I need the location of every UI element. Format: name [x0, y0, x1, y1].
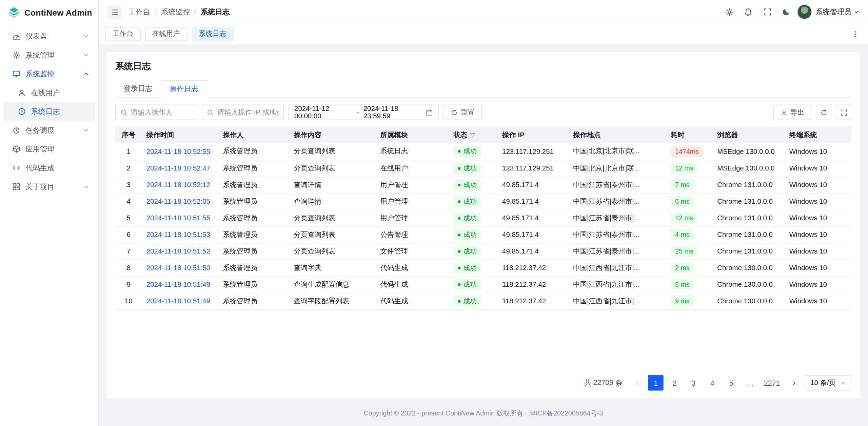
- sidebar-menu: 仪表盘 系统管理: [0, 24, 98, 197]
- col-header-status: 状态: [449, 127, 498, 143]
- pagination-page[interactable]: 3: [686, 375, 701, 391]
- log-time-link[interactable]: 2024-11-18 10:51:50: [146, 264, 210, 272]
- cell-ip: 118.212.37.42: [498, 260, 569, 276]
- cell-content: 分页查询列表: [289, 243, 376, 260]
- schedule-icon: [12, 126, 21, 134]
- sidebar-item-code-generation[interactable]: 代码生成: [3, 159, 95, 177]
- page-size-select[interactable]: 10 条/页: [805, 375, 851, 391]
- status-dot-icon: [458, 150, 460, 153]
- cell-module: 公告管理: [376, 226, 449, 243]
- notification-bell-icon[interactable]: [741, 4, 756, 20]
- cell-operator: 系统管理员: [218, 276, 289, 293]
- tab-more-icon[interactable]: [849, 28, 861, 40]
- logo-icon: [8, 6, 20, 18]
- cell-ip: 49.85.171.4: [498, 243, 569, 260]
- copyright-footer: Copyright © 2022 - present ContiNew Admi…: [106, 398, 860, 425]
- pagination-page[interactable]: 5: [724, 375, 739, 391]
- sidebar-item-about-project[interactable]: 关于项目: [3, 178, 95, 196]
- tab-system-log[interactable]: 系统日志: [192, 27, 234, 41]
- tab-online-users[interactable]: 在线用户: [145, 27, 187, 41]
- cell-operator: 系统管理员: [218, 243, 289, 260]
- log-time-link[interactable]: 2024-11-18 10:51:49: [146, 281, 210, 288]
- tab-login-log[interactable]: 登录日志: [115, 80, 161, 98]
- sidebar-item-dashboard[interactable]: 仪表盘: [3, 27, 95, 45]
- cell-no: 1: [115, 143, 142, 160]
- col-header-location: 操作地点: [569, 127, 666, 143]
- log-time-link[interactable]: 2024-11-18 10:52:55: [146, 147, 210, 155]
- code-icon: [12, 164, 21, 172]
- cell-operator: 系统管理员: [218, 210, 289, 226]
- export-button[interactable]: 导出: [773, 105, 811, 120]
- sidebar-item-system-management[interactable]: 系统管理: [3, 46, 95, 64]
- cell-no: 3: [115, 177, 142, 193]
- status-dot-icon: [458, 217, 460, 219]
- dark-mode-moon-icon[interactable]: [778, 4, 794, 20]
- log-time-link[interactable]: 2024-11-18 10:51:55: [146, 214, 210, 222]
- ip-search: [202, 105, 284, 120]
- operator-search-input[interactable]: [131, 108, 192, 116]
- log-time-link[interactable]: 2024-11-18 10:51:52: [146, 247, 210, 255]
- log-time-link[interactable]: 2024-11-18 10:52:12: [146, 181, 210, 189]
- table-row: 1 2024-11-18 10:52:55 系统管理员 分页查询列表 系统日志 …: [115, 143, 851, 160]
- sidebar-item-label: 任务调度: [25, 125, 54, 135]
- cost-badge: 1474ms: [671, 146, 703, 157]
- user-menu[interactable]: 系统管理员: [815, 7, 859, 17]
- page-size-value: 10 条/页: [810, 378, 836, 388]
- log-time-link[interactable]: 2024-11-18 10:51:49: [146, 297, 210, 305]
- cell-ip: 49.85.171.4: [498, 177, 569, 193]
- status-badge: 成功: [453, 146, 481, 157]
- status-badge: 成功: [453, 246, 481, 257]
- settings-gear-icon[interactable]: [722, 4, 737, 20]
- col-header-module: 所属模块: [376, 127, 449, 143]
- date-range-separator: -: [357, 108, 359, 116]
- sidebar-item-online-users[interactable]: 在线用户: [3, 84, 95, 102]
- log-time-link[interactable]: 2024-11-18 10:52:47: [146, 164, 210, 172]
- pagination-page[interactable]: 2: [667, 375, 683, 391]
- cell-ip: 49.85.171.4: [498, 210, 569, 226]
- pagination-prev-button[interactable]: [629, 375, 645, 391]
- cell-browser: Chrome 131.0.0.0: [713, 226, 785, 243]
- cell-no: 8: [115, 260, 142, 276]
- menu-collapse-button[interactable]: [107, 5, 122, 19]
- pagination-next-button[interactable]: [786, 375, 802, 391]
- breadcrumb-item[interactable]: 工作台: [129, 7, 150, 17]
- sidebar-item-system-log[interactable]: 系统日志: [3, 102, 95, 121]
- breadcrumb-item[interactable]: 系统监控: [161, 7, 190, 17]
- status-dot-icon: [458, 167, 460, 169]
- avatar[interactable]: [797, 4, 812, 19]
- cell-module: 代码生成: [376, 276, 449, 293]
- date-range-picker[interactable]: 2024-11-12 00:00:00 - 2024-11-18 23:59:5…: [288, 105, 439, 120]
- reset-button[interactable]: 重置: [443, 105, 482, 120]
- cell-content: 分页查询列表: [289, 210, 376, 226]
- cell-ip: 123.117.129.251: [498, 160, 569, 177]
- pagination-page[interactable]: 1: [648, 375, 664, 391]
- table-row: 8 2024-11-18 10:51:50 系统管理员 查询字典 代码生成 成功…: [115, 260, 851, 276]
- ip-search-input[interactable]: [217, 108, 279, 116]
- table-refresh-button[interactable]: [816, 105, 831, 120]
- sidebar-item-task-schedule[interactable]: 任务调度: [3, 121, 95, 140]
- tab-operation-log[interactable]: 操作日志: [161, 80, 207, 98]
- filter-funnel-icon[interactable]: [470, 132, 476, 138]
- cell-content: 分页查询列表: [289, 160, 376, 177]
- table-fullscreen-button[interactable]: [836, 105, 851, 120]
- cell-ip: 49.85.171.4: [498, 193, 569, 210]
- sidebar-item-system-monitor[interactable]: 系统监控: [3, 65, 95, 83]
- fullscreen-icon[interactable]: [760, 4, 775, 20]
- log-time-link[interactable]: 2024-11-18 10:52:05: [146, 198, 210, 205]
- tab-workbench[interactable]: 工作台: [105, 27, 141, 41]
- user-icon: [18, 88, 26, 97]
- cost-badge: 7 ms: [671, 179, 694, 190]
- status-dot-icon: [458, 300, 460, 302]
- col-header-time: 操作时间: [142, 127, 218, 143]
- pagination-ellipsis[interactable]: …: [742, 375, 758, 391]
- status-dot-icon: [458, 233, 460, 236]
- cell-no: 6: [115, 226, 142, 243]
- sidebar-item-label: 关于项目: [25, 182, 54, 191]
- cell-ip: 49.85.171.4: [498, 226, 569, 243]
- cell-content: 查询详情: [289, 177, 376, 193]
- pagination-page[interactable]: 4: [705, 375, 720, 391]
- sidebar-item-label: 代码生成: [25, 163, 54, 173]
- pagination-page[interactable]: 2271: [761, 375, 783, 391]
- sidebar-item-app-management[interactable]: 应用管理: [3, 140, 95, 158]
- log-time-link[interactable]: 2024-11-18 10:51:53: [146, 231, 210, 239]
